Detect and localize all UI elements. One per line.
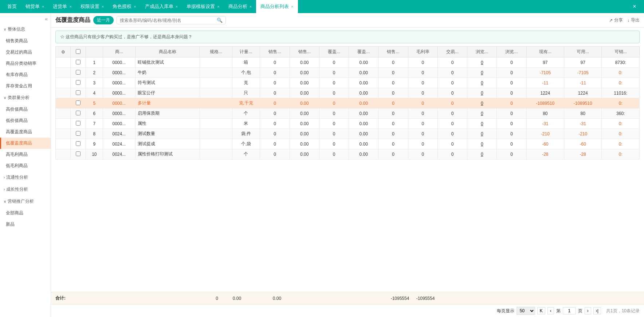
browse1-link[interactable]: 0	[481, 131, 483, 136]
sidebar-section-marketing[interactable]: ∨ 营销推广分析	[0, 195, 51, 207]
select-all-checkbox[interactable]	[76, 49, 80, 54]
settings-col-header[interactable]: ⚙	[56, 47, 71, 58]
nav-permission-settings[interactable]: 权限设置 ×	[76, 0, 108, 13]
nav-product-analysis-list[interactable]: 商品分析列表 ×	[256, 0, 298, 13]
row-checkbox[interactable]	[76, 121, 80, 126]
sidebar-item-high-value[interactable]: 高价值商品	[0, 104, 51, 115]
browse1-cell[interactable]: 0	[467, 98, 497, 108]
row-checkbox[interactable]	[76, 90, 80, 95]
browse1-link[interactable]: 0	[481, 152, 483, 157]
checkbox-cell[interactable]	[71, 139, 86, 149]
search-input[interactable]	[120, 18, 215, 23]
name-col-header[interactable]: 商品名称	[135, 47, 200, 58]
checkbox-cell[interactable]	[71, 149, 86, 159]
checkbox-cell[interactable]	[71, 98, 86, 108]
sidebar-item-low-profit[interactable]: 低毛利商品	[0, 160, 51, 171]
row-checkbox[interactable]	[76, 70, 80, 75]
nav-purchase-order[interactable]: 进货单 ×	[48, 0, 76, 13]
close-icon[interactable]: ×	[291, 4, 293, 9]
sidebar-item-new-goods[interactable]: 新品	[0, 219, 51, 230]
close-icon[interactable]: ×	[217, 4, 219, 9]
sidebar-item-stock-capital[interactable]: 库存资金占用	[0, 80, 51, 92]
data-table-wrapper[interactable]: ⚙ 商... 商品名称 规格... 计量... 销售... 销售... 覆盖..…	[55, 46, 640, 292]
close-icon[interactable]: ×	[102, 4, 104, 9]
sidebar-collapse-btn[interactable]: «	[45, 16, 48, 22]
row-checkbox[interactable]	[76, 151, 80, 156]
sales-qty-col-header[interactable]: 销售...	[260, 47, 290, 58]
close-icon[interactable]: ×	[42, 4, 44, 9]
sidebar-item-low-value[interactable]: 低价值商品	[0, 115, 51, 126]
browse1-cell[interactable]: 0	[467, 108, 497, 119]
sidebar-item-low-coverage[interactable]: 低覆盖度商品	[0, 138, 51, 149]
nav-template-settings[interactable]: 单据模板设置 ×	[182, 0, 224, 13]
row-checkbox[interactable]	[76, 80, 80, 85]
sidebar-section-flow[interactable]: › 流通性分析	[0, 171, 51, 183]
browse1-col-header[interactable]: 浏览...	[467, 47, 497, 58]
browse1-link[interactable]: 0	[481, 142, 483, 147]
browse1-cell[interactable]: 0	[467, 139, 497, 149]
browse1-cell[interactable]: 0	[467, 119, 497, 129]
unit-col-header[interactable]: 计量...	[232, 47, 260, 58]
last-page-button[interactable]: ›|	[593, 307, 601, 314]
sidebar-section-growth[interactable]: › 成长性分析	[0, 183, 51, 195]
browse1-cell[interactable]: 0	[467, 129, 497, 139]
checkbox-cell[interactable]	[71, 129, 86, 139]
checkbox-cell[interactable]	[71, 119, 86, 129]
close-icon[interactable]: ×	[250, 4, 252, 9]
cover2-col-header[interactable]: 覆盖...	[349, 47, 378, 58]
trade-col-header[interactable]: 交易...	[437, 47, 467, 58]
checkbox-cell[interactable]	[71, 78, 86, 88]
sidebar-item-sales-goods[interactable]: 销售类商品	[0, 35, 51, 47]
gross-rate-col-header[interactable]: 毛利率	[408, 47, 437, 58]
spec-col-header[interactable]: 规格...	[200, 47, 232, 58]
browse1-cell[interactable]: 0	[467, 68, 497, 78]
row-checkbox[interactable]	[76, 60, 80, 64]
nav-role-auth[interactable]: 角色授权 ×	[108, 0, 140, 13]
browse1-cell[interactable]: 0	[467, 78, 497, 88]
nav-home[interactable]: 首页	[3, 0, 21, 13]
nav-sales-order[interactable]: 销货单 ×	[21, 0, 48, 13]
sidebar-item-traded-goods[interactable]: 交易过的商品	[0, 47, 51, 58]
close-icon[interactable]: ×	[69, 4, 71, 9]
page-number-input[interactable]	[563, 307, 576, 314]
sales-amt-col-header[interactable]: 销售...	[290, 47, 319, 58]
share-button[interactable]: ↗ 分享	[609, 17, 623, 23]
row-checkbox[interactable]	[76, 100, 80, 105]
row-checkbox[interactable]	[76, 141, 80, 146]
sidebar-section-group[interactable]: ∨ 类群量分析	[0, 92, 51, 104]
sidebar-item-all-goods[interactable]: 全部商品	[0, 207, 51, 219]
browse1-cell[interactable]: 0	[467, 58, 497, 68]
checkbox-col-header[interactable]	[71, 47, 86, 58]
browse1-link[interactable]: 0	[481, 70, 483, 75]
sidebar-item-high-coverage[interactable]: 高覆盖度商品	[0, 126, 51, 138]
browse2-col-header[interactable]: 浏览...	[497, 47, 526, 58]
sidebar-section-overall[interactable]: ∨ 整体信息	[0, 23, 51, 35]
browse1-link[interactable]: 0	[481, 111, 483, 116]
window-close-button[interactable]: ×	[628, 0, 641, 13]
row-checkbox[interactable]	[76, 111, 80, 115]
prev-page-button[interactable]: ‹	[547, 307, 554, 314]
close-icon[interactable]: ×	[134, 4, 136, 9]
sidebar-item-category-rate[interactable]: 商品分类动销率	[0, 58, 51, 69]
export-button[interactable]: ↓ 导出	[627, 17, 640, 23]
row-checkbox[interactable]	[76, 131, 80, 136]
checkbox-cell[interactable]	[71, 108, 86, 119]
per-page-select[interactable]: 50 20 100	[517, 307, 535, 315]
browse1-cell[interactable]: 0	[467, 149, 497, 159]
browse1-link[interactable]: 0	[481, 101, 483, 106]
browse1-link[interactable]: 0	[481, 91, 483, 96]
current-stock-col-header[interactable]: 现有...	[526, 47, 564, 58]
nav-finished-goods[interactable]: 产成品入库单 ×	[141, 0, 182, 13]
browse1-link[interactable]: 0	[481, 80, 483, 86]
checkbox-cell[interactable]	[71, 58, 86, 68]
next-page-button[interactable]: ›	[585, 307, 591, 314]
available-col-header[interactable]: 可用...	[564, 47, 602, 58]
sellable-col-header[interactable]: 可销...	[602, 47, 640, 58]
sidebar-item-in-stock[interactable]: 有库存商品	[0, 69, 51, 80]
first-page-button[interactable]: K	[537, 307, 545, 314]
browse1-cell[interactable]: 0	[467, 88, 497, 98]
browse1-link[interactable]: 0	[481, 60, 483, 65]
code-col-header[interactable]: 商...	[103, 47, 135, 58]
sidebar-item-high-profit[interactable]: 高毛利商品	[0, 149, 51, 160]
sales-count-col-header[interactable]: 销售...	[378, 47, 408, 58]
